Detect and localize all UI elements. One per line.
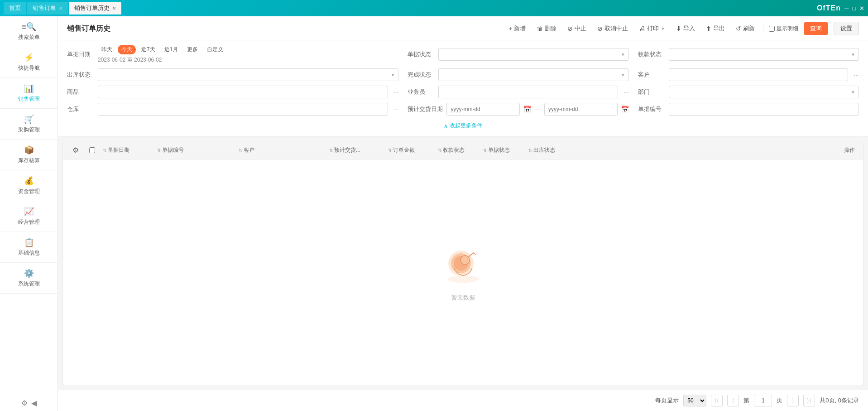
- delivery-date-label: 预计交货日期: [408, 105, 443, 113]
- print-dropdown-icon[interactable]: ▼: [661, 26, 665, 31]
- inventory-icon: 📦: [24, 145, 34, 155]
- order-no-input[interactable]: [669, 103, 859, 116]
- order-status-select[interactable]: [438, 48, 628, 61]
- tab-sales-order-history[interactable]: 销售订单历史 ✕: [69, 2, 121, 15]
- sidebar-item-purchase-mgmt[interactable]: 🛒 采购管理: [0, 109, 58, 140]
- stop-button[interactable]: ⊘ 中止: [565, 23, 589, 34]
- sidebar-item-quick-nav[interactable]: ⚡ 快捷导航: [0, 47, 58, 78]
- sidebar-item-inventory[interactable]: 📦 库存核算: [0, 140, 58, 170]
- sidebar-item-basic-info[interactable]: 📋 基础信息: [0, 232, 58, 263]
- shortcut-last7[interactable]: 近7天: [138, 45, 159, 54]
- order-no-label: 单据编号: [638, 105, 665, 113]
- tab-sales-order-close[interactable]: ✕: [59, 6, 62, 11]
- customer-more-icon[interactable]: ···: [854, 71, 859, 78]
- sidebar-item-sys-mgmt[interactable]: ⚙️ 系统管理: [0, 263, 58, 294]
- outbound-status-select[interactable]: [98, 68, 398, 81]
- prev-page-btn[interactable]: ⟨: [727, 395, 739, 406]
- top-bar: 首页 销售订单 ✕ 销售订单历史 ✕ OfTEn ─ □ ✕: [0, 0, 868, 16]
- delivery-date-start-calendar-icon[interactable]: 📅: [523, 106, 531, 113]
- delivery-date-end[interactable]: [544, 103, 618, 116]
- export-button[interactable]: ⬆ 导出: [703, 23, 728, 34]
- show-detail-checkbox[interactable]: 显示明细: [769, 25, 798, 33]
- shortcut-yesterday[interactable]: 昨天: [98, 45, 116, 54]
- sort-icon-customer[interactable]: ⇅: [239, 148, 242, 153]
- product-input[interactable]: [98, 86, 388, 98]
- collapse-label: 收起更多条件: [450, 122, 482, 130]
- shortcut-more[interactable]: 更多: [183, 45, 201, 54]
- table-settings-icon[interactable]: ⚙: [72, 146, 79, 155]
- delivery-date-start[interactable]: [446, 103, 520, 116]
- salesperson-input[interactable]: [438, 86, 618, 98]
- tab-sales-order-history-label: 销售订单历史: [74, 4, 110, 12]
- main-layout: ≡🔍 搜索菜单 ⚡ 快捷导航 📊 销售管理 🛒 采购管理 📦 库存核算 💰 资金…: [0, 16, 868, 411]
- per-page-select[interactable]: 50 10 20 100: [683, 395, 706, 406]
- payment-status-label: 收款状态: [638, 50, 665, 58]
- refresh-label: 刷新: [743, 24, 755, 33]
- salesperson-more-icon[interactable]: ···: [623, 88, 629, 96]
- filter-row-2: 出库状态 ▼ 完成状态 ▼ 客户 ···: [67, 68, 859, 81]
- next-page-btn[interactable]: ⟩: [787, 395, 799, 406]
- sidebar-item-operations[interactable]: 📈 经营管理: [0, 201, 58, 232]
- sidebar-collapse-btn[interactable]: ◀: [31, 399, 37, 407]
- payment-status-select[interactable]: [669, 48, 859, 61]
- sidebar-item-search-menu-label: 搜索菜单: [18, 34, 40, 41]
- settings-button[interactable]: 设置: [834, 22, 859, 35]
- import-button[interactable]: ⬇ 导入: [673, 23, 698, 34]
- sidebar-item-finance-label: 资金管理: [18, 188, 40, 195]
- product-more-icon[interactable]: ···: [393, 88, 399, 96]
- query-button[interactable]: 查询: [804, 22, 828, 35]
- department-label: 部门: [638, 88, 665, 96]
- col-customer-label: 客户: [244, 146, 254, 154]
- sidebar-settings-btn[interactable]: ⚙: [21, 399, 28, 407]
- shortcut-last1m[interactable]: 近1月: [161, 45, 182, 54]
- print-button[interactable]: 🖨 打印 ▼: [636, 23, 668, 34]
- delivery-date-end-calendar-icon[interactable]: 📅: [621, 106, 629, 113]
- sidebar-item-sales-mgmt[interactable]: 📊 销售管理: [0, 78, 58, 109]
- sort-icon-delivery[interactable]: ⇅: [329, 148, 333, 153]
- filter-customer: 客户 ···: [638, 68, 859, 81]
- toolbar-divider: [763, 24, 763, 33]
- sort-icon-order-no[interactable]: ⇅: [157, 148, 161, 153]
- window-close-btn[interactable]: ✕: [859, 5, 864, 12]
- brand-logo: OfTEn: [817, 4, 841, 12]
- complete-status-select[interactable]: [438, 68, 628, 81]
- page-number-input[interactable]: [754, 395, 772, 406]
- sidebar-item-finance[interactable]: 💰 资金管理: [0, 170, 58, 201]
- shortcut-custom[interactable]: 自定义: [203, 45, 227, 54]
- sort-icon-pay-status[interactable]: ⇅: [438, 148, 441, 153]
- window-minimize-btn[interactable]: ─: [844, 5, 849, 12]
- table-select-all-cell: [84, 147, 100, 153]
- cancel-stop-button[interactable]: ⊘ 取消中止: [595, 23, 631, 34]
- tab-sales-order[interactable]: 销售订单 ✕: [27, 2, 68, 15]
- refresh-button[interactable]: ↺ 刷新: [733, 23, 758, 34]
- tab-home[interactable]: 首页: [4, 2, 26, 15]
- tab-sales-order-history-close[interactable]: ✕: [112, 6, 116, 11]
- collapse-button[interactable]: ∧ 收起更多条件: [67, 120, 859, 131]
- customer-label: 客户: [638, 71, 665, 79]
- col-header-amount: ⇅ 订单金额: [385, 146, 435, 154]
- last-page-btn[interactable]: ⟩⟩: [803, 395, 815, 406]
- delete-button[interactable]: 🗑 删除: [534, 23, 559, 34]
- order-status-select-wrapper: ▼: [438, 48, 628, 61]
- select-all-checkbox[interactable]: [89, 147, 95, 153]
- col-header-pay-status: ⇅ 收款状态: [435, 146, 480, 154]
- warehouse-more-icon[interactable]: ···: [393, 106, 399, 113]
- col-header-delivery: ⇅ 预计交货...: [326, 146, 385, 154]
- sort-icon-date[interactable]: ⇅: [103, 148, 106, 153]
- col-outbound-label: 出库状态: [533, 146, 555, 154]
- warehouse-input[interactable]: [98, 103, 388, 116]
- show-detail-checkbox-input[interactable]: [769, 26, 775, 32]
- sort-icon-amount[interactable]: ⇅: [388, 148, 392, 153]
- window-maximize-btn[interactable]: □: [852, 5, 856, 12]
- sidebar-item-search-menu[interactable]: ≡🔍 搜索菜单: [0, 16, 58, 47]
- customer-input[interactable]: [669, 68, 849, 81]
- col-header-customer: ⇅ 客户: [236, 146, 326, 154]
- date-range-display: 2023-06-02 至 2023-06-02: [98, 56, 227, 64]
- shortcut-today[interactable]: 今天: [118, 45, 136, 54]
- sidebar-item-operations-label: 经营管理: [18, 218, 40, 226]
- department-select[interactable]: [669, 86, 859, 98]
- sort-icon-outbound[interactable]: ⇅: [528, 148, 532, 153]
- new-button[interactable]: + 新增: [506, 23, 528, 34]
- sort-icon-order-status[interactable]: ⇅: [483, 148, 487, 153]
- first-page-btn[interactable]: ⟨⟨: [711, 395, 723, 406]
